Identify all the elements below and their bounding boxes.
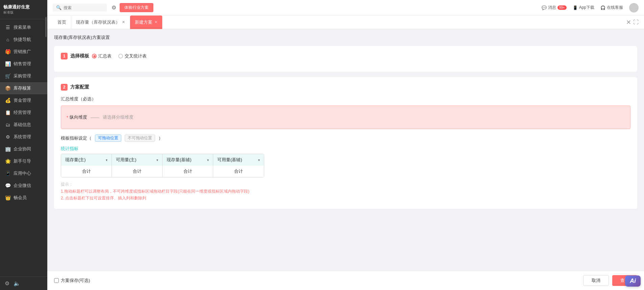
save-checkbox[interactable]: [54, 278, 59, 283]
online-service-item[interactable]: 🎧 在线客服: [600, 5, 623, 10]
sidebar-item-label: 搜索菜单: [14, 24, 31, 30]
message-label: 消息: [548, 5, 556, 10]
sidebar-item-label: 采购管理: [14, 73, 31, 79]
summary-dimension-label: 汇总维度（必选）: [61, 96, 630, 102]
radio-cross[interactable]: 交叉统计表: [118, 53, 147, 59]
inventory-icon: 📦: [5, 85, 11, 91]
search-box[interactable]: 🔍: [53, 4, 107, 11]
dimension-required: *: [67, 115, 68, 120]
tab-new-scheme-close[interactable]: ✕: [154, 20, 157, 24]
sidebar-item-app-center[interactable]: 📱 应用中心: [0, 167, 47, 179]
stats-col-3-header[interactable]: 现存量(基辅) ▾: [163, 154, 213, 166]
sales-icon: 📊: [5, 61, 11, 67]
chevron-down-icon-4[interactable]: ▾: [258, 158, 260, 162]
tab-inventory-close[interactable]: ✕: [122, 20, 125, 24]
dimension-area[interactable]: * 纵向维度 —— 请选择分组维度: [61, 105, 630, 129]
user-avatar[interactable]: [629, 3, 639, 13]
sidebar-item-finance[interactable]: 💰 资金管理: [0, 94, 47, 106]
sidebar-item-label: 企业协同: [14, 146, 31, 152]
sidebar-item-operation[interactable]: 📋 经营管理: [0, 106, 47, 119]
finance-icon: 💰: [5, 97, 11, 103]
tips-item-2: 2. 点击标题栏下拉可设置排序、插入列和删除列: [61, 195, 630, 201]
sidebar-item-system[interactable]: ⚙ 系统管理: [0, 131, 47, 143]
chevron-down-icon-3[interactable]: ▾: [207, 158, 209, 162]
tabs-close-btn[interactable]: ✕: [626, 19, 631, 26]
bottom-bar: 方案保存(可选) 取消 查询: [47, 271, 644, 290]
sidebar-item-label: 基础信息: [14, 122, 31, 128]
step2-num: 2: [61, 84, 68, 91]
radio-summary[interactable]: 汇总表: [92, 53, 112, 59]
indicator-config-label: 模板指标设定（ 可拖动位置 不可拖动位置 ）: [61, 135, 630, 142]
sidebar-item-inventory[interactable]: 📦 库存核算: [0, 82, 47, 94]
tab-new-scheme[interactable]: 新建方案 ✕: [130, 16, 163, 29]
sidebar-item-member[interactable]: 👑 畅会员: [0, 192, 47, 204]
app-center-icon: 📱: [5, 170, 11, 176]
stats-col-4-header[interactable]: 可用量(基辅) ▾: [213, 154, 264, 166]
stats-section: 统计指标 现存量(主) ▾ 可用量(主) ▾: [61, 146, 630, 177]
sidebar-item-label: 快捷导航: [14, 37, 31, 43]
stats-section-title: 统计指标: [61, 146, 630, 152]
stats-col-3-label: 现存量(基辅): [167, 157, 192, 163]
step1-header: 1 选择模板 汇总表 交叉统计表: [61, 53, 630, 59]
sidebar-item-guide[interactable]: 🌟 新手引导: [0, 155, 47, 167]
ai-badge[interactable]: Ai: [625, 275, 641, 287]
step1-title: 选择模板: [70, 53, 89, 59]
tab-home[interactable]: 首页: [53, 16, 71, 29]
tab-home-label: 首页: [57, 19, 66, 25]
page-title: 现存量(库存状况表)方案设置: [54, 34, 637, 41]
stats-col-2-header[interactable]: 可用量(主) ▾: [112, 154, 163, 166]
purchase-icon: 🛒: [5, 73, 11, 79]
guide-icon: 🌟: [5, 158, 11, 164]
indicator-close-text: ）: [158, 135, 163, 141]
company-icon: 🏢: [5, 146, 11, 152]
sidebar-item-label: 销售管理: [14, 61, 31, 67]
sidebar-item-marketing[interactable]: 🎁 营销推广: [0, 46, 47, 58]
sidebar-item-label: 库存核算: [14, 85, 31, 91]
step1-num: 1: [61, 53, 68, 59]
dimension-placeholder: 请选择分组维度: [103, 114, 133, 120]
dimension-field-label: 纵向维度: [70, 114, 87, 120]
settings-icon[interactable]: ⚙: [5, 280, 9, 287]
gear-icon[interactable]: ⚙: [112, 4, 116, 11]
sidebar-item-quick-nav[interactable]: ⌂ 快捷导航: [0, 33, 47, 46]
tips-item-1: 1.拖动标题栏可以调整布局，不可跨维度或指标区域拖动栏目字段(只能在同一维度或指…: [61, 189, 630, 194]
sidebar-footer: ⚙ 🔈: [0, 276, 47, 290]
sidebar-item-company[interactable]: 🏢 企业协同: [0, 143, 47, 155]
step2-section: 2 方案配置 汇总维度（必选） * 纵向维度 —— 请选择分组维度 模板指标设定…: [54, 77, 637, 209]
sidebar-item-label: 营销推广: [14, 49, 31, 55]
cancel-button[interactable]: 取消: [583, 275, 609, 286]
industry-btn[interactable]: 体验行业方案: [120, 3, 153, 12]
stats-col-2-body: 合计: [112, 166, 163, 177]
sidebar-scrollbar[interactable]: [45, 17, 47, 37]
stats-col-4-body: 合计: [213, 166, 264, 177]
speaker-icon[interactable]: 🔈: [14, 280, 20, 287]
radio-cross-label: 交叉统计表: [125, 53, 147, 59]
indicator-config: 模板指标设定（ 可拖动位置 不可拖动位置 ）: [61, 135, 630, 142]
message-item[interactable]: 💬 消息 99+: [542, 5, 567, 10]
tips-title: 提示：: [61, 182, 630, 187]
stats-table: 现存量(主) ▾ 可用量(主) ▾ 现存量(基辅) ▾: [61, 154, 264, 177]
app-download-item[interactable]: 📱 App下载: [573, 5, 594, 10]
tips-item-1-text: 1.拖动标题栏可以调整布局，不可跨维度或指标区域拖动栏目字段(只能在同一维度或指…: [61, 189, 249, 194]
sidebar-item-wechat[interactable]: 💬 企业微信: [0, 179, 47, 192]
stats-col-3-body: 合计: [163, 166, 213, 177]
search-input[interactable]: [64, 5, 97, 10]
stats-col-1-header[interactable]: 现存量(主) ▾: [61, 154, 112, 166]
sidebar-item-search-menu[interactable]: ☰ 搜索菜单: [0, 21, 47, 33]
step2-title: 方案配置: [70, 84, 89, 90]
sidebar-item-purchase[interactable]: 🛒 采购管理: [0, 70, 47, 82]
tabs-expand-btn[interactable]: ⛶: [633, 19, 639, 25]
tab-inventory[interactable]: 现存量（库存状况表） ✕: [71, 16, 130, 29]
online-service-label: 在线客服: [607, 5, 623, 10]
main-area: 🔍 ⚙ 体验行业方案 💬 消息 99+ 📱 App下载 🎧 在线客服: [47, 0, 644, 290]
chevron-down-icon-2[interactable]: ▾: [156, 158, 158, 162]
sidebar-item-sales[interactable]: 📊 销售管理: [0, 58, 47, 70]
chevron-down-icon-1[interactable]: ▾: [106, 158, 107, 162]
stats-table-header: 现存量(主) ▾ 可用量(主) ▾ 现存量(基辅) ▾: [61, 154, 264, 166]
message-icon: 💬: [542, 5, 547, 10]
step2-header: 2 方案配置: [61, 84, 630, 91]
indicator-label-text: 模板指标设定（: [61, 135, 92, 141]
sidebar-item-basic-info[interactable]: 🗂 基础信息: [0, 119, 47, 131]
sidebar-item-label: 畅会员: [14, 195, 27, 201]
stats-col-1-label: 现存量(主): [65, 157, 86, 163]
